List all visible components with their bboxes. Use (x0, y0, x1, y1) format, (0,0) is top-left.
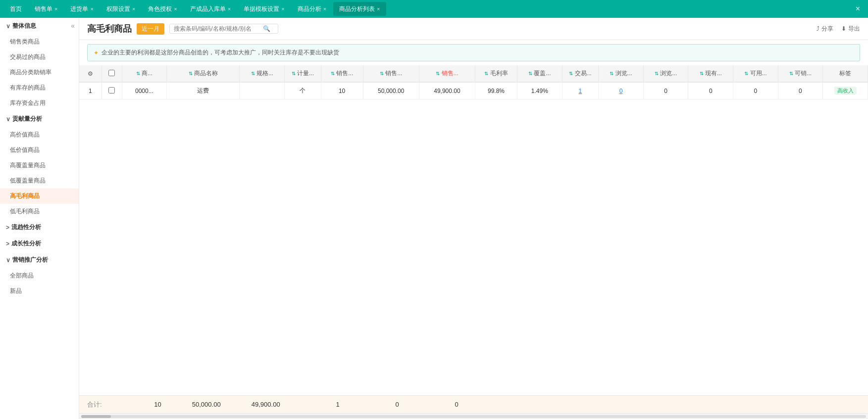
row-current-stock: 0 (688, 82, 733, 99)
col-saleable[interactable]: ⇅ 可销... (778, 65, 823, 82)
nav-close-roles[interactable]: × (174, 6, 177, 12)
top-nav: 首页 销售单 × 进货单 × 权限设置 × 角色授权 × 产成品入库单 × 单据… (0, 0, 868, 18)
nav-analysis-list[interactable]: 商品分析列表 × (333, 2, 386, 16)
sidebar-item-traded-goods[interactable]: 交易过的商品 (0, 49, 79, 65)
footer-sales-cost: 49,900.00 (241, 401, 280, 408)
sidebar-item-category-rate[interactable]: 商品分类助销率 (0, 65, 79, 80)
nav-close-purchase[interactable]: × (90, 6, 93, 12)
export-btn[interactable]: ⬇ 导出 (841, 25, 860, 33)
select-all-checkbox[interactable] (108, 70, 115, 76)
nav-template[interactable]: 单据模板设置 × (238, 2, 290, 16)
col-transactions[interactable]: ⇅ 交易... (562, 65, 599, 82)
col-code[interactable]: ⇅ 商... (122, 65, 167, 82)
nav-roles[interactable]: 角色授权 × (142, 2, 183, 16)
col-sales-amount[interactable]: ⇅ 销售... (363, 65, 419, 82)
sidebar-group-contribution-arrow: ∨ (6, 116, 10, 123)
row-sales-amount: 50,000.00 (363, 82, 419, 99)
table-container[interactable]: ⚙ ⇅ 商... ⇅ 商品名称 ⇅ 规格... ⇅ 计量... ⇅ 销售... … (79, 65, 868, 395)
col-coverage[interactable]: ⇅ 覆盖... (517, 65, 562, 82)
sidebar-group-contribution[interactable]: ∨ 贡献量分析 (0, 111, 79, 127)
col-browse2[interactable]: ⇅ 浏览... (643, 65, 688, 82)
content-title: 高毛利商品 (87, 23, 132, 35)
nav-analysis[interactable]: 商品分析 × (292, 2, 332, 16)
browse1-link[interactable]: 0 (619, 88, 623, 94)
footer-sales-amount: 50,000.00 (181, 401, 221, 408)
sidebar-item-sales-goods[interactable]: 销售类商品 (0, 34, 79, 49)
row-name: 运费 (167, 82, 240, 99)
sidebar-group-marketing[interactable]: ∨ 营销推广分析 (0, 252, 79, 268)
sidebar: « ∨ 整体信息 销售类商品 交易过的商品 商品分类助销率 有库存的商品 库存资… (0, 18, 79, 419)
sidebar-item-new-goods[interactable]: 新品 (0, 283, 79, 299)
data-table: ⚙ ⇅ 商... ⇅ 商品名称 ⇅ 规格... ⇅ 计量... ⇅ 销售... … (79, 65, 868, 99)
share-btn[interactable]: ⤴ 分享 (817, 25, 833, 33)
sidebar-item-high-value[interactable]: 高价值商品 (0, 127, 79, 142)
nav-inventory[interactable]: 产成品入库单 × (184, 2, 237, 16)
col-sales-cost[interactable]: ⇅ 销售... (419, 65, 475, 82)
scroll-thumb[interactable] (81, 415, 111, 418)
nav-sales[interactable]: 销售单 × (29, 2, 63, 16)
row-sales-qty: 10 (321, 82, 363, 99)
sidebar-group-trend[interactable]: > 流趋性分析 (0, 219, 79, 235)
nav-close-template[interactable]: × (281, 6, 284, 12)
nav-permissions[interactable]: 权限设置 × (101, 2, 141, 16)
sidebar-group-overall-arrow: ∨ (6, 23, 10, 30)
filter-recent-month-btn[interactable]: 近一月 (137, 23, 164, 35)
footer-sales-qty: 10 (122, 401, 161, 408)
info-icon: ✦ (94, 49, 99, 56)
search-icon[interactable]: 🔍 (263, 25, 270, 32)
col-browse1[interactable]: ⇅ 浏览... (599, 65, 644, 82)
col-gross-rate[interactable]: ⇅ 毛利率 (475, 65, 517, 82)
row-saleable: 0 (778, 82, 823, 99)
row-select-checkbox[interactable] (108, 87, 115, 93)
col-current-stock[interactable]: ⇅ 现有... (688, 65, 733, 82)
row-transactions: 1 (562, 82, 599, 99)
col-sales-qty[interactable]: ⇅ 销售... (321, 65, 363, 82)
footer-available: 0 (419, 401, 459, 408)
col-spec[interactable]: ⇅ 规格... (240, 65, 285, 82)
search-box: 🔍 (169, 24, 278, 34)
sidebar-item-low-coverage[interactable]: 低覆盖量商品 (0, 173, 79, 188)
nav-close-permissions[interactable]: × (132, 6, 135, 12)
horizontal-scrollbar[interactable] (79, 413, 868, 419)
row-unit: 个 (285, 82, 321, 99)
scroll-track[interactable] (81, 415, 866, 418)
sidebar-group-trend-arrow: > (6, 224, 9, 231)
col-name[interactable]: ⇅ 商品名称 (167, 65, 240, 82)
row-code: 0000... (122, 82, 167, 99)
table-row: 1 0000... 运费 个 10 50,000.00 49,900.00 99… (79, 82, 868, 99)
search-input[interactable] (174, 25, 263, 32)
sidebar-group-growth[interactable]: > 成长性分析 (0, 235, 79, 252)
col-tag[interactable]: 标签 (823, 65, 868, 82)
nav-close-analysis-list[interactable]: × (377, 6, 380, 12)
sidebar-group-overall[interactable]: ∨ 整体信息 (0, 18, 79, 34)
sidebar-collapse-btn[interactable]: « (71, 22, 75, 30)
transactions-link[interactable]: 1 (579, 88, 582, 94)
row-browse2: 0 (643, 82, 688, 99)
row-index: 1 (79, 82, 102, 99)
tag-badge: 高收入 (834, 87, 857, 94)
nav-close-sales[interactable]: × (54, 6, 57, 12)
col-checkbox[interactable] (102, 65, 122, 82)
sidebar-item-stock-capital[interactable]: 库存资金占用 (0, 95, 79, 111)
sidebar-item-high-margin[interactable]: 高毛利商品 (0, 188, 79, 204)
info-banner: ✦ 企业的主要的利润都是这部分商品创造的，可考虑加大推广，同时关注库存是不要出现… (87, 44, 860, 61)
row-checkbox[interactable] (102, 82, 122, 99)
nav-purchase[interactable]: 进货单 × (64, 2, 99, 16)
sidebar-item-low-margin[interactable]: 低毛利商品 (0, 204, 79, 219)
sidebar-item-high-coverage[interactable]: 高覆盖量商品 (0, 158, 79, 173)
col-unit[interactable]: ⇅ 计量... (285, 65, 321, 82)
row-gross-rate: 99.8% (475, 82, 517, 99)
footer-transactions: 1 (300, 401, 340, 408)
col-settings[interactable]: ⚙ (79, 65, 102, 82)
nav-home[interactable]: 首页 (4, 2, 28, 16)
header-actions: ⤴ 分享 ⬇ 导出 (817, 25, 860, 33)
nav-close-inventory[interactable]: × (228, 6, 231, 12)
window-close-button[interactable]: × (852, 4, 864, 13)
sidebar-item-all-goods[interactable]: 全部商品 (0, 268, 79, 283)
sidebar-item-low-value[interactable]: 低价值商品 (0, 142, 79, 158)
sidebar-item-in-stock[interactable]: 有库存的商品 (0, 80, 79, 95)
nav-close-analysis[interactable]: × (323, 6, 326, 12)
footer-label: 合计: (87, 400, 102, 409)
main-layout: « ∨ 整体信息 销售类商品 交易过的商品 商品分类助销率 有库存的商品 库存资… (0, 18, 868, 419)
col-available[interactable]: ⇅ 可用... (733, 65, 778, 82)
